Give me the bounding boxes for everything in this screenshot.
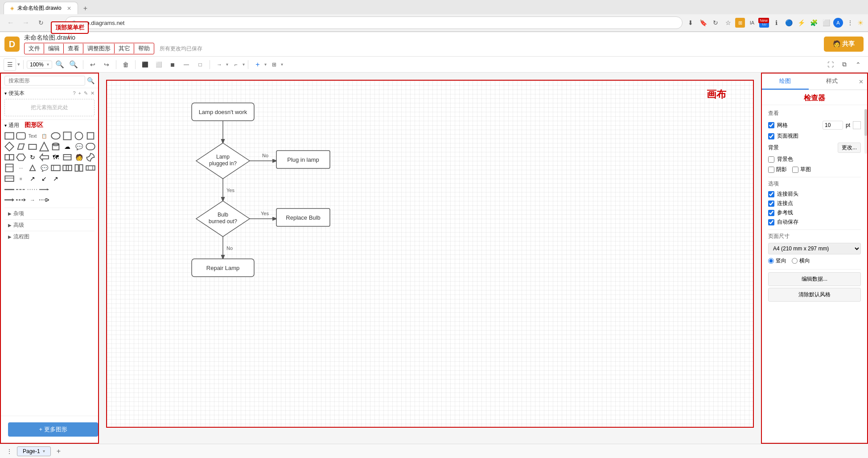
address-bar[interactable]: 🔒 app.diagrams.net xyxy=(65,16,683,29)
menu-file[interactable]: 文件 xyxy=(25,43,44,54)
shape-t4[interactable]: ↙ xyxy=(39,174,49,184)
star-icon[interactable]: ☆ xyxy=(723,17,733,28)
shape-triangle[interactable] xyxy=(39,142,49,151)
table-btn[interactable]: ⊞ xyxy=(268,58,280,71)
ia-icon[interactable]: IA xyxy=(747,17,757,28)
sun-icon[interactable]: ☀ xyxy=(857,19,864,27)
shape-rect[interactable] xyxy=(4,131,14,141)
fullscreen-btn[interactable]: ⛶ xyxy=(824,58,837,71)
shape-r5[interactable] xyxy=(51,163,61,173)
shape-s2[interactable] xyxy=(16,152,26,162)
auto-save-checkbox[interactable] xyxy=(768,219,774,225)
guide-lines-checkbox[interactable] xyxy=(768,210,774,216)
puzzle-icon[interactable]: 🧩 xyxy=(808,17,819,28)
scratch-help[interactable]: ? xyxy=(73,90,75,96)
shadow-btn[interactable]: □ xyxy=(194,58,206,71)
to-back-btn[interactable]: ⬜ xyxy=(152,58,165,71)
shape-text[interactable]: Text xyxy=(28,131,37,141)
menu-view[interactable]: 查看 xyxy=(64,43,83,54)
line-2[interactable] xyxy=(16,184,26,194)
delete-btn[interactable]: 🗑 xyxy=(119,58,132,71)
tab-close-icon[interactable]: ✕ xyxy=(67,5,71,12)
undo-btn[interactable]: ↩ xyxy=(86,58,99,71)
shape-cylinder[interactable] xyxy=(51,142,61,151)
reload-btn[interactable]: ↻ xyxy=(35,16,47,29)
shape-sticky[interactable]: 📋 xyxy=(39,131,49,141)
clear-style-btn[interactable]: 清除默认风格 xyxy=(768,288,861,302)
arrow-1[interactable] xyxy=(4,195,14,205)
scratch-add[interactable]: + xyxy=(78,90,81,96)
new-tab-btn[interactable]: + xyxy=(80,3,91,14)
grid-size-input[interactable] xyxy=(823,121,843,130)
background-btn[interactable]: 更改... xyxy=(838,143,861,153)
shape-r4[interactable]: 💬 xyxy=(39,163,49,173)
zoom-out-btn[interactable]: 🔍 xyxy=(67,58,80,71)
shape-s5[interactable]: 🗺 xyxy=(51,152,61,162)
shape-rect4[interactable] xyxy=(86,142,95,151)
bg-color-checkbox[interactable] xyxy=(768,156,774,163)
menu-help[interactable]: 帮助 xyxy=(134,43,154,54)
avatar-icon[interactable]: A xyxy=(833,18,843,28)
shape-r6[interactable] xyxy=(62,163,72,173)
page-menu-btn[interactable]: ⋮ xyxy=(4,447,15,456)
shape-rect2[interactable] xyxy=(86,131,95,141)
menu-icon[interactable]: ⋮ xyxy=(845,17,856,28)
line-4[interactable] xyxy=(39,184,49,194)
add-page-btn[interactable]: + xyxy=(53,446,65,457)
color-circle-icon[interactable]: 🔵 xyxy=(783,17,794,28)
shadow-checkbox[interactable] xyxy=(768,167,774,173)
shape-s3[interactable]: ↻ xyxy=(28,152,37,162)
shape-s4[interactable] xyxy=(39,152,49,162)
fill-btn[interactable]: ◼ xyxy=(166,58,179,71)
share-button[interactable]: 🧑 共享 xyxy=(824,37,864,52)
to-front-btn[interactable]: ⬛ xyxy=(139,58,151,71)
menu-other[interactable]: 其它 xyxy=(115,43,134,54)
edit-data-btn[interactable]: 编辑数据... xyxy=(768,272,861,286)
arrow-2[interactable] xyxy=(16,195,26,205)
category-misc[interactable]: ▶ 杂项 xyxy=(4,208,95,219)
line-1[interactable] xyxy=(4,184,14,194)
grid-checkbox[interactable] xyxy=(768,122,774,128)
download-icon[interactable]: ⬇ xyxy=(685,17,696,28)
category-flowchart[interactable]: ▶ 流程图 xyxy=(4,231,95,242)
window-icon[interactable]: ⬜ xyxy=(821,17,831,28)
connect-points-checkbox[interactable] xyxy=(768,200,774,207)
page-size-select[interactable]: A4 (210 mm x 297 mm) xyxy=(768,243,861,254)
shape-t2[interactable]: ≡ xyxy=(16,174,26,184)
scratch-edit[interactable]: ✎ xyxy=(84,90,88,96)
shape-r1[interactable] xyxy=(4,163,14,173)
redo-btn[interactable]: ↪ xyxy=(100,58,113,71)
forward-btn[interactable]: → xyxy=(20,16,32,29)
menu-edit[interactable]: 编辑 xyxy=(44,43,64,54)
collapse-btn[interactable]: ⧉ xyxy=(838,58,851,71)
shape-s6[interactable] xyxy=(62,152,72,162)
scratch-close[interactable]: ✕ xyxy=(91,90,95,96)
connection-btn[interactable]: → xyxy=(213,58,226,71)
toggle-panel-btn[interactable]: ☰ xyxy=(4,58,16,71)
shape-speech[interactable]: 💬 xyxy=(74,142,84,151)
portrait-radio[interactable] xyxy=(768,258,774,264)
connect-arrows-checkbox[interactable] xyxy=(768,191,774,197)
tab-diagram[interactable]: 绘图 xyxy=(762,74,809,90)
more-shapes-btn[interactable]: + 更多图形 xyxy=(8,422,98,437)
shape-rect-r[interactable] xyxy=(16,131,26,141)
shape-s8[interactable] xyxy=(86,152,95,162)
insert-btn[interactable]: + xyxy=(251,58,264,71)
shape-sq[interactable] xyxy=(62,131,72,141)
shape-r7[interactable] xyxy=(74,163,84,173)
shape-r8[interactable] xyxy=(86,163,95,173)
shape-r2[interactable]: ··· xyxy=(16,163,26,173)
shape-parallelogram[interactable] xyxy=(16,142,26,151)
tab-style[interactable]: 样式 xyxy=(809,74,856,90)
zoom-in-btn[interactable]: 🔍 xyxy=(53,58,66,71)
search-input[interactable] xyxy=(4,76,85,86)
shape-t5[interactable]: ↗ xyxy=(51,174,61,184)
arrow-4[interactable] xyxy=(39,195,49,205)
category-advanced[interactable]: ▶ 高级 xyxy=(4,219,95,231)
apps-icon[interactable]: ⊞ xyxy=(735,18,745,28)
info-icon[interactable]: ℹ xyxy=(771,17,782,28)
shape-t3[interactable]: ↗ xyxy=(28,174,37,184)
grid-color-box[interactable] xyxy=(853,121,861,129)
shape-rect3[interactable] xyxy=(28,142,37,151)
arrow-3[interactable]: → xyxy=(28,195,37,205)
